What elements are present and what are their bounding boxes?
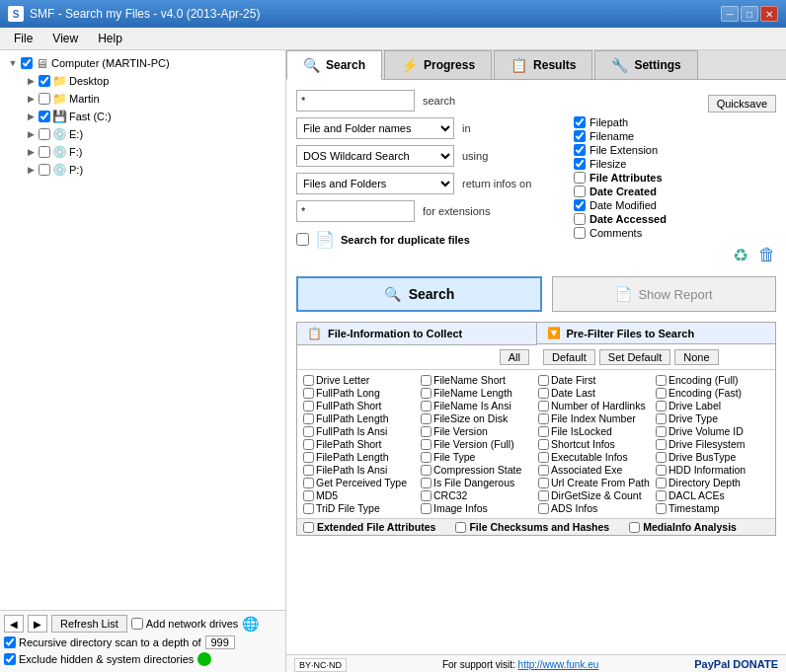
cb-executable-infos[interactable] — [538, 452, 549, 463]
cb-fullpath-long[interactable] — [303, 388, 314, 399]
refresh-list-button[interactable]: Refresh List — [51, 615, 127, 633]
cb-date-last[interactable] — [538, 388, 549, 399]
paypal-badge[interactable]: PayPal DONATE — [694, 658, 778, 670]
trash-icon[interactable]: 🗑 — [758, 245, 776, 266]
cb-filename-check[interactable] — [574, 130, 586, 142]
minimize-button[interactable]: ─ — [721, 6, 739, 22]
cb-dateaccessed-check[interactable] — [574, 213, 586, 225]
tree-node-f[interactable]: ▶ 💿 F:) — [4, 143, 281, 161]
none-button[interactable]: None — [674, 349, 718, 365]
cb-datecreated-check[interactable] — [574, 186, 586, 197]
cb-drive-bustype[interactable] — [656, 452, 667, 463]
cb-mediainfo[interactable] — [629, 522, 640, 533]
cb-get-perceived-type[interactable] — [303, 478, 314, 488]
cb-filepath-short[interactable] — [303, 439, 314, 450]
cb-associated-exe[interactable] — [538, 465, 549, 476]
cb-fullpath-short[interactable] — [303, 401, 314, 411]
cb-shortcut-infos[interactable] — [538, 439, 549, 450]
cb-number-of-hardlinks[interactable] — [538, 401, 549, 411]
cb-drive-label[interactable] — [656, 401, 667, 411]
cb-filesize-check[interactable] — [574, 158, 586, 170]
cb-filesize-on-disk[interactable] — [421, 413, 432, 424]
tree-forward-button[interactable]: ▶ — [28, 615, 47, 633]
in-dropdown[interactable]: File and Folder names File names only Fo… — [296, 117, 454, 139]
cb-filepath-length[interactable] — [303, 452, 314, 463]
cb-url-create-from-path[interactable] — [538, 478, 549, 488]
close-button[interactable]: ✕ — [760, 6, 778, 22]
refresh-icon[interactable]: ♻ — [733, 245, 748, 266]
cb-encoding-(full)[interactable] — [656, 375, 667, 386]
checkbox-computer[interactable] — [21, 57, 33, 69]
cb-comments-check[interactable] — [574, 227, 586, 239]
checkbox-c[interactable] — [39, 111, 50, 122]
cb-file-type[interactable] — [421, 452, 432, 463]
cb-filename-is-ansi[interactable] — [421, 401, 432, 411]
cb-file-islocked[interactable] — [538, 426, 549, 437]
support-link[interactable]: http://www.funk.eu — [518, 659, 599, 670]
cb-timestamp[interactable] — [656, 503, 667, 514]
menu-help[interactable]: Help — [92, 30, 128, 47]
tab-results[interactable]: 📋 Results — [494, 50, 592, 79]
cb-extended-file-attrs[interactable] — [303, 522, 314, 533]
cb-filepath-is-ansi[interactable] — [303, 465, 314, 476]
cb-hdd-information[interactable] — [656, 465, 667, 476]
all-button[interactable]: All — [500, 349, 529, 365]
cb-crc32[interactable] — [421, 490, 432, 501]
checkbox-martin[interactable] — [39, 93, 50, 105]
cb-drive-letter[interactable] — [303, 375, 314, 386]
return-dropdown[interactable]: Files and Folders Files only Folders onl… — [296, 173, 454, 194]
cb-directory-depth[interactable] — [656, 478, 667, 488]
file-tree[interactable]: ▼ 🖥 Computer (MARTIN-PC) ▶ 📁 Desktop ▶ — [0, 50, 285, 610]
cb-ads-infos[interactable] — [538, 503, 549, 514]
cb-fullpath-length[interactable] — [303, 413, 314, 424]
cb-file-checksums[interactable] — [455, 522, 466, 533]
title-bar-controls[interactable]: ─ □ ✕ — [721, 6, 778, 22]
cb-fullpath-is-ansi[interactable] — [303, 426, 314, 437]
recursive-checkbox[interactable] — [4, 636, 16, 648]
tree-node-e[interactable]: ▶ 💿 E:) — [4, 125, 281, 143]
depth-input[interactable] — [205, 635, 235, 649]
cb-filename-short[interactable] — [421, 375, 432, 386]
cb-filepath-check[interactable] — [574, 116, 586, 128]
checkbox-e[interactable] — [39, 128, 50, 140]
cb-file-version[interactable] — [421, 426, 432, 437]
cb-is-file-dangerous[interactable] — [421, 478, 432, 488]
menu-file[interactable]: File — [8, 30, 39, 47]
cb-date-first[interactable] — [538, 375, 549, 386]
cb-dirgetsize-&-count[interactable] — [538, 490, 549, 501]
search-input[interactable] — [296, 90, 415, 112]
cb-fileattrib-check[interactable] — [574, 172, 586, 184]
checkbox-f[interactable] — [39, 146, 50, 158]
cb-compression-state[interactable] — [421, 465, 432, 476]
cb-drive-volume-id[interactable] — [656, 426, 667, 437]
search-button[interactable]: 🔍 Search — [296, 276, 542, 312]
menu-view[interactable]: View — [46, 30, 84, 47]
cb-encoding-(fast)[interactable] — [656, 388, 667, 399]
set-default-button[interactable]: Set Default — [599, 349, 670, 365]
tree-node-c[interactable]: ▶ 💾 Fast (C:) — [4, 108, 281, 125]
using-dropdown[interactable]: DOS Wildcard Search RegEx Search — [296, 145, 454, 167]
cb-filename-length[interactable] — [421, 388, 432, 399]
tree-back-button[interactable]: ◀ — [4, 615, 24, 633]
show-report-button[interactable]: 📄 Show Report — [552, 276, 776, 312]
tree-node-martin[interactable]: ▶ 📁 Martin — [4, 90, 281, 108]
cb-dacl-aces[interactable] — [656, 490, 667, 501]
duplicate-checkbox[interactable] — [296, 233, 309, 246]
default-button[interactable]: Default — [543, 349, 595, 365]
cb-drive-type[interactable] — [656, 413, 667, 424]
exclude-hidden-checkbox[interactable] — [4, 653, 16, 665]
tab-settings[interactable]: 🔧 Settings — [594, 50, 697, 79]
quicksave-button[interactable]: Quicksave — [708, 95, 776, 112]
tree-node-computer[interactable]: ▼ 🖥 Computer (MARTIN-PC) — [4, 54, 281, 72]
cb-image-infos[interactable] — [421, 503, 432, 514]
cb-trid-file-type[interactable] — [303, 503, 314, 514]
add-network-checkbox[interactable] — [131, 618, 143, 630]
tab-progress[interactable]: ⚡ Progress — [384, 50, 492, 79]
cb-file-version-(full)[interactable] — [421, 439, 432, 450]
tab-search[interactable]: 🔍 Search — [286, 50, 382, 80]
extensions-input[interactable] — [296, 200, 415, 222]
cb-file-index-number[interactable] — [538, 413, 549, 424]
cb-datemod-check[interactable] — [574, 199, 586, 211]
checkbox-p[interactable] — [39, 164, 50, 176]
cb-md5[interactable] — [303, 490, 314, 501]
